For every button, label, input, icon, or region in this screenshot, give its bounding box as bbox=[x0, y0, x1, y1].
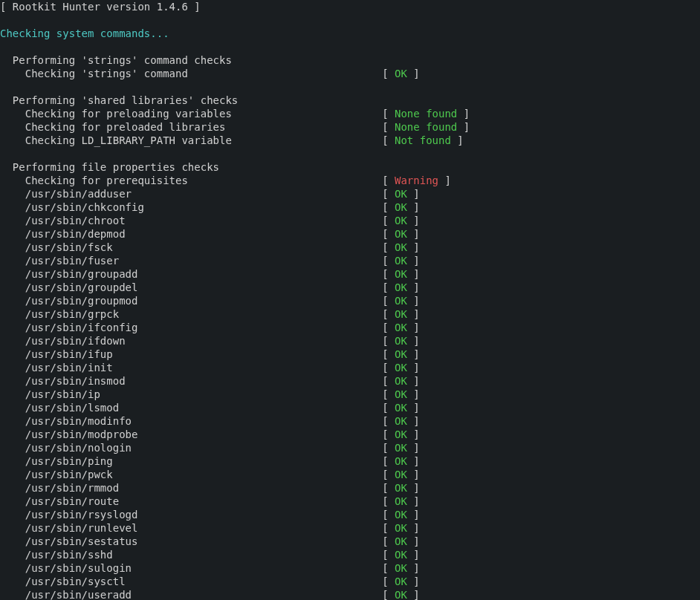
check-status: OK bbox=[395, 468, 407, 481]
check-status: OK bbox=[395, 401, 407, 414]
check-item: /usr/sbin/rmmod [ OK ] bbox=[0, 481, 700, 495]
check-status: OK bbox=[395, 307, 407, 321]
check-status: OK bbox=[395, 374, 407, 388]
bracket-open: [ bbox=[382, 307, 395, 321]
check-label: /usr/sbin/nologin bbox=[0, 441, 382, 454]
check-label: /usr/sbin/groupmod bbox=[0, 294, 382, 307]
check-status: OK bbox=[395, 227, 407, 241]
check-status: OK bbox=[395, 414, 407, 428]
bracket-open: [ bbox=[382, 134, 395, 147]
check-status: OK bbox=[395, 267, 407, 281]
terminal-output: [ Rootkit Hunter version 1.4.6 ] Checkin… bbox=[0, 0, 700, 600]
check-status: OK bbox=[395, 321, 407, 334]
bracket-close: ] bbox=[407, 388, 420, 401]
check-label: Checking LD_LIBRARY_PATH variable bbox=[0, 134, 382, 147]
bracket-open: [ bbox=[382, 454, 395, 468]
check-item: /usr/sbin/adduser [ OK ] bbox=[0, 187, 700, 200]
check-item: /usr/sbin/fsck [ OK ] bbox=[0, 241, 700, 254]
bracket-close: ] bbox=[407, 214, 420, 227]
check-group: Performing 'shared libraries' checks bbox=[0, 94, 700, 107]
check-status: OK bbox=[395, 454, 407, 468]
blank-line bbox=[0, 40, 700, 53]
bracket-close: ] bbox=[407, 227, 420, 241]
check-status: OK bbox=[395, 214, 407, 227]
bracket-close: ] bbox=[407, 307, 420, 321]
bracket-close: ] bbox=[407, 254, 420, 267]
bracket-open: [ bbox=[382, 495, 395, 508]
check-group-title: Performing file properties checks bbox=[0, 160, 219, 174]
check-label: /usr/sbin/rmmod bbox=[0, 481, 382, 495]
check-label: /usr/sbin/ip bbox=[0, 388, 382, 401]
bracket-open: [ bbox=[382, 294, 395, 307]
bracket-open: [ bbox=[382, 535, 395, 548]
check-item: /usr/sbin/useradd [ OK ] bbox=[0, 588, 700, 600]
bracket-open: [ bbox=[382, 267, 395, 281]
bracket-open: [ bbox=[382, 281, 395, 294]
bracket-open: [ bbox=[382, 521, 395, 535]
app-title: [ Rootkit Hunter version 1.4.6 ] bbox=[0, 0, 201, 13]
bracket-open: [ bbox=[382, 227, 395, 241]
check-status: OK bbox=[395, 428, 407, 441]
bracket-close: ] bbox=[457, 107, 470, 120]
check-label: Checking for preloading variables bbox=[0, 107, 382, 120]
bracket-open: [ bbox=[382, 187, 395, 200]
bracket-open: [ bbox=[382, 334, 395, 348]
check-label: /usr/sbin/route bbox=[0, 495, 382, 508]
bracket-close: ] bbox=[407, 468, 420, 481]
bracket-open: [ bbox=[382, 508, 395, 521]
bracket-open: [ bbox=[382, 120, 395, 134]
bracket-open: [ bbox=[382, 361, 395, 374]
bracket-open: [ bbox=[382, 468, 395, 481]
bracket-open: [ bbox=[382, 481, 395, 495]
check-group-title: Performing 'strings' command checks bbox=[0, 53, 232, 67]
bracket-close: ] bbox=[407, 535, 420, 548]
check-label: /usr/sbin/sshd bbox=[0, 548, 382, 561]
check-item: Checking LD_LIBRARY_PATH variable [ Not … bbox=[0, 134, 700, 147]
bracket-close: ] bbox=[407, 241, 420, 254]
check-status: OK bbox=[395, 67, 407, 80]
check-label: /usr/sbin/ping bbox=[0, 454, 382, 468]
check-status: OK bbox=[395, 441, 407, 454]
section-header: Checking system commands... bbox=[0, 27, 169, 40]
check-label: Checking for preloaded libraries bbox=[0, 120, 382, 134]
bracket-open: [ bbox=[382, 174, 395, 187]
check-status: OK bbox=[395, 187, 407, 200]
check-label: /usr/sbin/runlevel bbox=[0, 521, 382, 535]
bracket-close: ] bbox=[407, 428, 420, 441]
check-label: /usr/sbin/grpck bbox=[0, 307, 382, 321]
check-item: /usr/sbin/chkconfig [ OK ] bbox=[0, 200, 700, 214]
check-status: Warning bbox=[395, 174, 438, 187]
bracket-open: [ bbox=[382, 428, 395, 441]
bracket-open: [ bbox=[382, 414, 395, 428]
check-status: OK bbox=[395, 334, 407, 348]
bracket-close: ] bbox=[451, 134, 464, 147]
check-label: /usr/sbin/chkconfig bbox=[0, 200, 382, 214]
check-label: /usr/sbin/pwck bbox=[0, 468, 382, 481]
check-item: /usr/sbin/insmod [ OK ] bbox=[0, 374, 700, 388]
check-item: /usr/sbin/groupadd [ OK ] bbox=[0, 267, 700, 281]
blank-line bbox=[0, 147, 700, 160]
bracket-close: ] bbox=[407, 481, 420, 495]
bracket-open: [ bbox=[382, 241, 395, 254]
bracket-open: [ bbox=[382, 374, 395, 388]
check-item: /usr/sbin/ifconfig [ OK ] bbox=[0, 321, 700, 334]
bracket-close: ] bbox=[407, 454, 420, 468]
check-status: OK bbox=[395, 508, 407, 521]
bracket-close: ] bbox=[407, 548, 420, 561]
check-status: OK bbox=[395, 348, 407, 361]
bracket-open: [ bbox=[382, 548, 395, 561]
check-item: Checking for preloaded libraries [ None … bbox=[0, 120, 700, 134]
check-label: /usr/sbin/sysctl bbox=[0, 575, 382, 588]
check-label: /usr/sbin/useradd bbox=[0, 588, 382, 600]
check-item: /usr/sbin/depmod [ OK ] bbox=[0, 227, 700, 241]
bracket-open: [ bbox=[382, 575, 395, 588]
bracket-close: ] bbox=[407, 294, 420, 307]
bracket-close: ] bbox=[407, 495, 420, 508]
check-status: None found bbox=[395, 107, 457, 120]
blank-line bbox=[0, 13, 700, 27]
bracket-close: ] bbox=[407, 361, 420, 374]
check-group: Performing 'strings' command checks bbox=[0, 53, 700, 67]
check-status: OK bbox=[395, 575, 407, 588]
bracket-open: [ bbox=[382, 441, 395, 454]
bracket-close: ] bbox=[407, 281, 420, 294]
